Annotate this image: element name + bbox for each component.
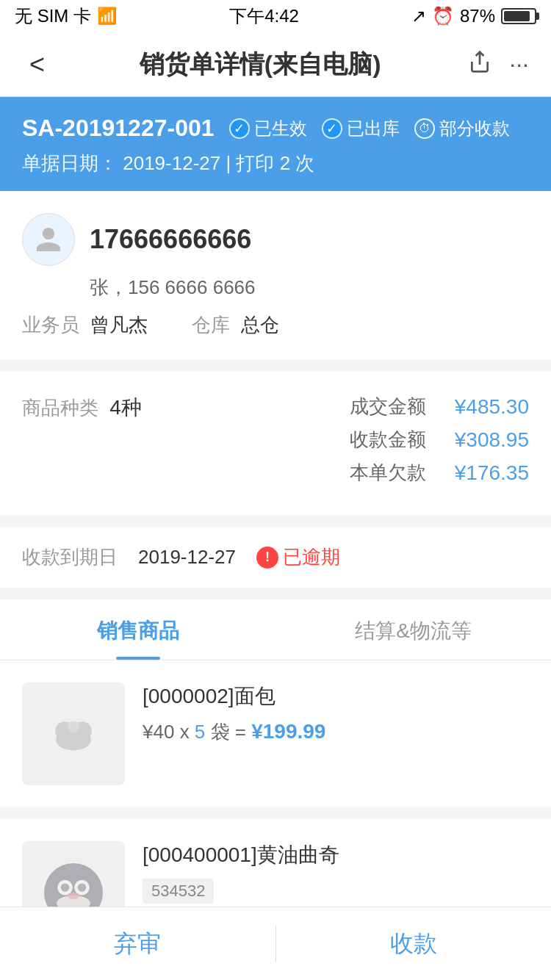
order-date-value: 2019-12-27 xyxy=(123,152,220,174)
overdue-text: 已逾期 xyxy=(283,544,340,570)
product-name-1: [0000002]面包 xyxy=(143,682,529,710)
status-badge-1: ✓ 已生效 xyxy=(229,117,307,140)
status-label-1: 已生效 xyxy=(254,117,307,140)
stats-section: 商品种类 4种 成交金额 ¥485.30 收款金额 ¥308.95 本单欠款 ¥… xyxy=(0,372,551,515)
status-bar: 无 SIM 卡 📶 下午4:42 ↗ ⏰ 87% xyxy=(0,0,551,32)
order-id: SA-20191227-001 xyxy=(22,115,215,142)
product-type-label: 商品种类 xyxy=(22,397,98,419)
customer-meta: 业务员 曾凡杰 仓库 总仓 xyxy=(22,312,529,338)
salesperson-info: 业务员 曾凡杰 xyxy=(22,312,148,338)
tab-sales-products[interactable]: 销售商品 xyxy=(0,599,276,660)
tab-sales-label: 销售商品 xyxy=(97,619,179,642)
salesperson-name: 曾凡杰 xyxy=(90,314,148,336)
svg-point-3 xyxy=(68,721,79,732)
debt-value: ¥176.35 xyxy=(441,461,529,485)
nav-actions: ··· xyxy=(468,50,529,79)
collect-button[interactable]: 收款 xyxy=(276,913,552,975)
status-label-2: 已出库 xyxy=(347,117,400,140)
battery-fill xyxy=(504,11,530,21)
customer-section: 17666666666 张，156 6666 6666 业务员 曾凡杰 仓库 总… xyxy=(0,191,551,360)
order-date-label: 单据日期： xyxy=(22,152,118,174)
product-image-1 xyxy=(22,682,125,785)
stats-left: 商品种类 4种 xyxy=(22,394,276,422)
warehouse-label: 仓库 xyxy=(192,314,230,336)
svg-point-10 xyxy=(67,893,79,899)
amount-label: 成交金额 xyxy=(350,394,426,419)
customer-phone: 17666666666 xyxy=(90,224,251,255)
amount-row: 成交金额 ¥485.30 xyxy=(276,394,529,419)
status-badge-2: ✓ 已出库 xyxy=(322,117,400,140)
amount-value: ¥485.30 xyxy=(441,395,529,419)
check-icon-1: ✓ xyxy=(229,118,250,139)
product-name-2: [000400001]黄油曲奇 xyxy=(143,841,529,869)
more-button[interactable]: ··· xyxy=(509,51,529,78)
page-title: 销货单详情(来自电脑) xyxy=(140,48,381,82)
status-left: 无 SIM 卡 📶 xyxy=(15,4,117,28)
nav-bar: < 销货单详情(来自电脑) ··· xyxy=(0,32,551,97)
qty-value-1: 5 xyxy=(195,721,205,743)
product-info-1: [0000002]面包 ¥40 x 5 袋 = ¥199.99 xyxy=(143,682,529,745)
overdue-icon: ! xyxy=(256,547,278,569)
due-date-label: 收款到期日 xyxy=(22,544,118,570)
status-right: ↗ ⏰ 87% xyxy=(411,6,536,26)
avatar xyxy=(22,213,75,266)
battery-indicator xyxy=(501,8,536,24)
product-type-count: 4种 xyxy=(109,396,142,419)
order-banner: SA-20191227-001 ✓ 已生效 ✓ 已出库 ⏱ 部分收款 单据日期：… xyxy=(0,97,551,191)
overdue-badge: ! 已逾期 xyxy=(256,544,340,570)
order-date: 单据日期： 2019-12-27 | 打印 2 次 xyxy=(22,151,529,176)
tab-settlement[interactable]: 结算&物流等 xyxy=(276,599,551,660)
debt-row: 本单欠款 ¥176.35 xyxy=(276,460,529,486)
location-icon: ↗ xyxy=(411,6,426,26)
bottom-bar: 弃审 收款 xyxy=(0,907,551,980)
abandon-button[interactable]: 弃审 xyxy=(0,913,276,975)
list-item: [0000002]面包 ¥40 x 5 袋 = ¥199.99 xyxy=(0,660,551,807)
warehouse-info: 仓库 总仓 xyxy=(192,312,279,338)
price-multiply-1: x xyxy=(180,721,195,743)
status-badge-3: ⏱ 部分收款 xyxy=(414,117,510,140)
total-value-1: ¥199.99 xyxy=(251,720,325,743)
back-button[interactable]: < xyxy=(22,42,52,87)
tab-settlement-label: 结算&物流等 xyxy=(355,619,472,642)
order-print-info: | 打印 2 次 xyxy=(226,152,314,174)
status-label-3: 部分收款 xyxy=(439,117,510,140)
customer-top: 17666666666 xyxy=(22,213,529,266)
carrier-text: 无 SIM 卡 xyxy=(15,4,91,28)
stats-right: 成交金额 ¥485.30 收款金额 ¥308.95 本单欠款 ¥176.35 xyxy=(276,394,529,493)
alarm-icon: ⏰ xyxy=(432,6,454,26)
battery-percent: 87% xyxy=(460,6,495,26)
status-time: 下午4:42 xyxy=(229,4,299,28)
debt-label: 本单欠款 xyxy=(350,460,426,486)
due-section: 收款到期日 2019-12-27 ! 已逾期 xyxy=(0,527,551,588)
warehouse-name: 总仓 xyxy=(241,314,279,336)
price-value-1: ¥40 xyxy=(143,721,174,743)
clock-icon: ⏱ xyxy=(414,118,435,139)
order-banner-top: SA-20191227-001 ✓ 已生效 ✓ 已出库 ⏱ 部分收款 xyxy=(22,115,529,142)
check-icon-2: ✓ xyxy=(322,118,342,139)
product-sku-2: 534532 xyxy=(143,879,214,904)
equals-1: = xyxy=(235,721,251,743)
tabs-bar: 销售商品 结算&物流等 xyxy=(0,599,551,660)
received-row: 收款金额 ¥308.95 xyxy=(276,427,529,453)
svg-point-8 xyxy=(61,883,69,891)
share-button[interactable] xyxy=(468,50,491,79)
received-value: ¥308.95 xyxy=(441,428,529,452)
unit-value-1: 袋 xyxy=(211,721,230,743)
svg-point-9 xyxy=(78,883,86,891)
product-price-1: ¥40 x 5 袋 = ¥199.99 xyxy=(143,719,529,745)
wifi-icon: 📶 xyxy=(97,7,117,26)
due-date-value: 2019-12-27 xyxy=(138,546,236,569)
salesperson-label: 业务员 xyxy=(22,314,79,336)
received-label: 收款金额 xyxy=(350,427,426,453)
customer-contact: 张，156 6666 6666 xyxy=(22,275,529,300)
tab-underline xyxy=(116,657,160,660)
